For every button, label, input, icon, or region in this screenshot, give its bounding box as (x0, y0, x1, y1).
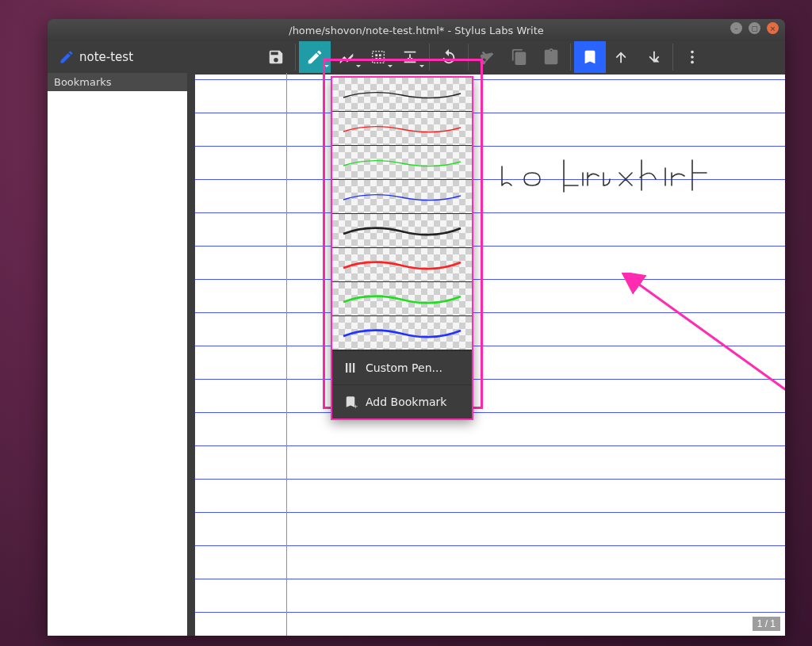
file-tab-label: note-test (79, 50, 133, 64)
sidebar-heading: Bookmarks (48, 73, 187, 91)
svg-point-4 (691, 51, 694, 54)
pen-swatch-red-thin[interactable] (332, 112, 472, 146)
pen-tool-button[interactable] (299, 41, 331, 73)
pen-swatch-green-thick[interactable] (332, 282, 472, 316)
minimize-button[interactable]: – (730, 22, 742, 34)
prev-bookmark-button[interactable] (606, 41, 638, 73)
pencil-icon (59, 49, 75, 65)
file-tab[interactable]: note-test (51, 49, 141, 65)
overflow-menu-button[interactable] (676, 41, 708, 73)
svg-point-6 (691, 61, 694, 64)
close-button[interactable]: × (767, 22, 779, 34)
bookmark-button[interactable] (574, 41, 606, 73)
margin-line (286, 73, 287, 636)
window-titlebar[interactable]: /home/shovon/note-test.html* - Stylus La… (48, 19, 785, 41)
custom-pen-menu-item[interactable]: Custom Pen... (332, 350, 472, 384)
pen-swatch-black-thin[interactable] (332, 78, 472, 112)
svg-text:+: + (354, 403, 358, 410)
undo-button[interactable] (433, 41, 465, 73)
insert-space-button[interactable] (394, 41, 426, 73)
paste-button[interactable] (535, 41, 567, 73)
custom-pen-icon (343, 361, 358, 375)
pen-swatch-green-thin[interactable] (332, 146, 472, 180)
svg-rect-2 (375, 58, 377, 60)
pen-dropdown: Custom Pen... + Add Bookmark (331, 76, 473, 420)
copy-button[interactable] (504, 41, 535, 73)
app-window: /home/shovon/note-test.html* - Stylus La… (48, 19, 785, 636)
pen-swatch-blue-thin[interactable] (332, 180, 472, 214)
save-button[interactable] (260, 41, 292, 73)
sidebar-content[interactable] (48, 91, 187, 636)
add-bookmark-label: Add Bookmark (366, 396, 446, 408)
bookmark-add-icon: + (343, 395, 358, 409)
pen-swatch-blue-thick[interactable] (332, 316, 472, 350)
svg-rect-0 (375, 54, 377, 56)
main-toolbar: note-test (48, 41, 785, 73)
next-bookmark-button[interactable] (638, 41, 669, 73)
document-canvas[interactable]: 1 / 1 (187, 73, 785, 636)
maximize-button[interactable]: ▢ (749, 22, 760, 34)
custom-pen-label: Custom Pen... (366, 361, 442, 374)
svg-point-5 (691, 55, 694, 59)
pen-swatch-red-thick[interactable] (332, 248, 472, 282)
window-controls: – ▢ × (730, 22, 779, 34)
window-title: /home/shovon/note-test.html* - Stylus La… (289, 25, 543, 36)
page-status: 1 / 1 (753, 617, 780, 631)
svg-rect-1 (379, 54, 381, 56)
add-bookmark-menu-item[interactable]: + Add Bookmark (332, 384, 472, 419)
pen-swatch-black-thick[interactable] (332, 214, 472, 248)
paper[interactable]: 1 / 1 (195, 73, 785, 636)
select-tool-button[interactable] (362, 41, 394, 73)
bookmarks-sidebar: Bookmarks (48, 73, 187, 636)
cut-button[interactable] (472, 41, 504, 73)
stroke-style-button[interactable] (331, 41, 362, 73)
svg-rect-3 (379, 58, 381, 60)
